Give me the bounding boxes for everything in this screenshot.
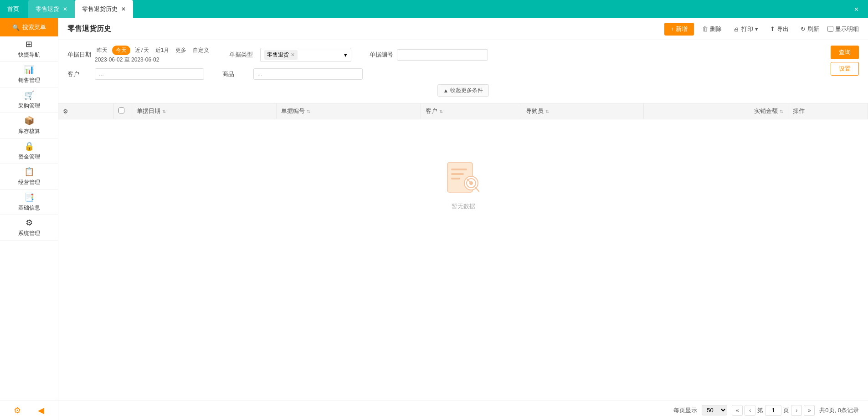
th-setting[interactable]: ⚙ bbox=[58, 103, 113, 119]
window-close-btn[interactable]: ✕ bbox=[854, 6, 868, 13]
print-button[interactable]: 🖨 打印 ▾ bbox=[730, 23, 762, 35]
tab-home[interactable]: 首页 bbox=[0, 0, 26, 18]
page-last-btn[interactable]: » bbox=[804, 405, 815, 416]
filter-settings-button[interactable]: 设置 bbox=[831, 62, 859, 76]
page-header: 零售退货历史 + 新增 🗑 删除 🖨 打印 ▾ ⬆ 导出 ↻ bbox=[58, 18, 868, 40]
tab-retail-return-close[interactable]: ✕ bbox=[63, 6, 67, 12]
date-btn-1month[interactable]: 近1月 bbox=[154, 46, 171, 55]
tab-retail-return-label: 零售退货 bbox=[36, 5, 59, 13]
tab-retail-return-history-label: 零售退货历史 bbox=[82, 5, 118, 13]
query-button[interactable]: 查询 bbox=[831, 46, 859, 59]
date-btn-7days[interactable]: 近7天 bbox=[133, 46, 151, 55]
purchase-icon: 🛒 bbox=[24, 90, 34, 100]
th-number-sort-icon[interactable]: ⇅ bbox=[307, 109, 310, 114]
export-button[interactable]: ⬆ 导出 bbox=[766, 23, 792, 35]
th-checkbox bbox=[113, 103, 132, 119]
type-tag: 零售退货 ✕ bbox=[264, 50, 298, 60]
display-detail-input[interactable] bbox=[827, 26, 833, 32]
page-total: 共0页, 0条记录 bbox=[819, 406, 859, 415]
sidebar-item-quick-nav[interactable]: ⊞ 快捷导航 bbox=[0, 36, 58, 62]
tab-retail-return[interactable]: 零售退货 ✕ bbox=[28, 0, 75, 18]
page-unit: 页 bbox=[783, 406, 789, 415]
page-prev-btn[interactable]: ‹ bbox=[745, 405, 755, 416]
number-filter-input[interactable] bbox=[397, 49, 488, 61]
settings-gear-icon[interactable]: ⚙ bbox=[14, 405, 21, 415]
display-detail-checkbox[interactable]: 显示明细 bbox=[827, 25, 859, 33]
th-guide[interactable]: 导购员 ⇅ bbox=[521, 103, 643, 119]
empty-icon bbox=[443, 156, 484, 197]
th-guide-sort-icon[interactable]: ⇅ bbox=[545, 109, 549, 114]
sidebar-item-operations[interactable]: 📋 经营管理 bbox=[0, 164, 58, 190]
tab-retail-return-history-close[interactable]: ✕ bbox=[121, 6, 126, 12]
page-first-btn[interactable]: « bbox=[732, 405, 743, 416]
date-btn-custom[interactable]: 自定义 bbox=[191, 46, 211, 55]
sidebar-item-sales-label: 销售管理 bbox=[18, 77, 40, 84]
type-tag-close[interactable]: ✕ bbox=[291, 52, 295, 58]
sidebar-search[interactable]: 🔍 搜索菜单 bbox=[0, 18, 58, 36]
date-btn-yesterday[interactable]: 昨天 bbox=[95, 46, 109, 55]
type-select[interactable]: 零售退货 ✕ ▾ bbox=[260, 48, 351, 62]
sidebar-item-basic-info-label: 基础信息 bbox=[18, 204, 40, 212]
sidebar-item-finance[interactable]: 🔒 资金管理 bbox=[0, 138, 58, 164]
sidebar-item-purchase-label: 采购管理 bbox=[18, 102, 40, 110]
th-number[interactable]: 单据编号 ⇅ bbox=[276, 103, 421, 119]
filter-row-1: 单据日期 昨天 今天 近7天 近1月 更多 自定义 2023-06-02 至 2… bbox=[67, 46, 822, 64]
sidebar-item-finance-label: 资金管理 bbox=[18, 153, 40, 161]
customer-filter-label: 客户 bbox=[67, 70, 95, 78]
collapse-up-icon: ▲ bbox=[443, 87, 449, 94]
date-filter-label: 单据日期 bbox=[67, 51, 95, 59]
th-customer-sort-icon[interactable]: ⇅ bbox=[439, 109, 443, 114]
main-layout: 🔍 搜索菜单 ⊞ 快捷导航 📊 销售管理 🛒 采购管理 📦 库存核算 🔒 bbox=[0, 18, 868, 420]
system-icon: ⚙ bbox=[26, 218, 33, 228]
th-action: 操作 bbox=[788, 103, 868, 119]
sidebar-item-inventory[interactable]: 📦 库存核算 bbox=[0, 113, 58, 138]
sidebar-item-basic-info[interactable]: 📑 基础信息 bbox=[0, 190, 58, 215]
page-next-btn[interactable]: › bbox=[791, 405, 802, 416]
sidebar-item-inventory-label: 库存核算 bbox=[18, 128, 40, 135]
th-amount[interactable]: 实销金额 ⇅ bbox=[643, 103, 788, 119]
number-filter-label: 单据编号 bbox=[370, 51, 393, 59]
tab-retail-return-history[interactable]: 零售退货历史 ✕ bbox=[75, 0, 133, 18]
refresh-button[interactable]: ↻ 刷新 bbox=[797, 23, 823, 35]
type-filter-label: 单据类型 bbox=[229, 51, 257, 59]
date-btn-today[interactable]: 今天 bbox=[112, 46, 130, 55]
basic-info-icon: 📑 bbox=[24, 192, 34, 202]
customer-filter-input[interactable]: ... bbox=[95, 68, 204, 80]
sidebar-item-sales-mgmt[interactable]: 📊 销售管理 bbox=[0, 62, 58, 87]
collapse-filter-btn[interactable]: ▲ 收起更多条件 bbox=[437, 84, 489, 97]
sales-icon: 📊 bbox=[24, 65, 34, 75]
delete-icon: 🗑 bbox=[702, 26, 708, 32]
empty-state: 暂无数据 bbox=[58, 119, 868, 247]
sidebar-nav: ⊞ 快捷导航 📊 销售管理 🛒 采购管理 📦 库存核算 🔒 资金管理 📋 bbox=[0, 36, 58, 400]
date-btn-more[interactable]: 更多 bbox=[174, 46, 188, 55]
table-area: ⚙ 单据日期 ⇅ 单据编号 bbox=[58, 103, 868, 400]
sidebar-item-purchase-mgmt[interactable]: 🛒 采购管理 bbox=[0, 87, 58, 113]
top-bar: 首页 零售退货 ✕ 零售退货历史 ✕ ✕ bbox=[0, 0, 868, 18]
th-customer-label: 客户 bbox=[426, 107, 437, 115]
sidebar-item-system[interactable]: ⚙ 系统管理 bbox=[0, 215, 58, 241]
date-range-group: 昨天 今天 近7天 近1月 更多 自定义 2023-06-02 至 2023-0… bbox=[95, 46, 211, 64]
delete-button[interactable]: 🗑 删除 bbox=[699, 23, 725, 35]
refresh-icon: ↻ bbox=[801, 26, 806, 32]
add-button[interactable]: + 新增 bbox=[664, 23, 694, 36]
export-icon: ⬆ bbox=[770, 26, 775, 32]
th-guide-label: 导购员 bbox=[526, 107, 544, 115]
svg-rect-2 bbox=[451, 173, 464, 175]
filter-row-2: 客户 ... 商品 ... bbox=[67, 68, 822, 80]
select-all-checkbox[interactable] bbox=[118, 108, 124, 113]
sidebar-item-system-label: 系统管理 bbox=[18, 230, 40, 237]
th-amount-sort-icon[interactable]: ⇅ bbox=[780, 109, 783, 114]
th-date-sort-icon[interactable]: ⇅ bbox=[162, 109, 166, 114]
sidebar-collapse-icon[interactable]: ◀ bbox=[38, 405, 44, 415]
page-size-label: 每页显示 bbox=[673, 406, 697, 415]
sidebar-bottom: ⚙ ◀ bbox=[0, 400, 58, 420]
page-size-select[interactable]: 50 10 20 100 bbox=[702, 405, 727, 415]
svg-line-8 bbox=[476, 188, 479, 191]
tab-home-label: 首页 bbox=[7, 5, 19, 13]
page-input[interactable] bbox=[765, 405, 781, 416]
th-customer[interactable]: 客户 ⇅ bbox=[421, 103, 521, 119]
operations-icon: 📋 bbox=[24, 167, 34, 177]
column-settings-icon[interactable]: ⚙ bbox=[63, 108, 68, 115]
goods-filter-input[interactable]: ... bbox=[253, 68, 363, 80]
th-date[interactable]: 单据日期 ⇅ bbox=[132, 103, 276, 119]
